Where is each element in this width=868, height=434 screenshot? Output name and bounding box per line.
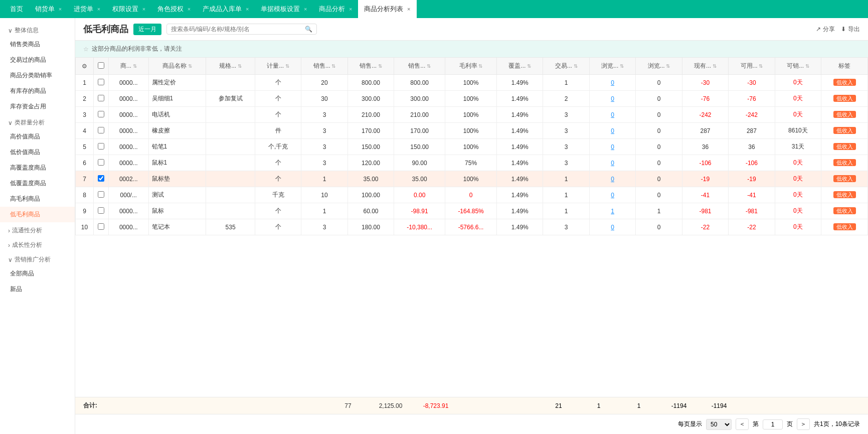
table-row[interactable]: 6 0000... 鼠标1 个 3 120.00 90.00 75% 1.49%…	[76, 155, 868, 171]
row-browse1[interactable]: 0	[589, 187, 635, 203]
th-gross-rate[interactable]: 毛利率	[445, 58, 497, 75]
row-select-checkbox[interactable]	[98, 191, 104, 198]
table-row[interactable]: 1 0000... 属性定价 个 20 800.00 800.00 100% 1…	[76, 75, 868, 91]
nav-goods-analysis-list[interactable]: 商品分析列表 ×	[358, 0, 416, 18]
row-browse1[interactable]: 0	[589, 91, 635, 107]
nav-sales[interactable]: 销货单 ×	[29, 0, 68, 18]
th-name[interactable]: 商品名称	[148, 58, 206, 75]
row-select-checkbox[interactable]	[98, 111, 104, 117]
row-checkbox[interactable]	[94, 219, 109, 235]
row-browse1[interactable]: 0	[589, 107, 635, 123]
row-checkbox[interactable]	[94, 139, 109, 155]
sidebar-item-new-goods[interactable]: 新品	[0, 281, 75, 297]
table-row[interactable]: 5 0000... 铅笔1 个,千克 3 150.00 150.00 100% …	[76, 139, 868, 155]
nav-product-entry[interactable]: 产成品入库单 ×	[197, 0, 255, 18]
nav-purchase[interactable]: 进货单 ×	[68, 0, 106, 18]
table-row[interactable]: 3 0000... 电话机 个 3 210.00 210.00 100% 1.4…	[76, 107, 868, 123]
nav-permission[interactable]: 权限设置 ×	[106, 0, 151, 18]
nav-home[interactable]: 首页	[4, 0, 29, 18]
sidebar-item-low-coverage[interactable]: 低覆盖度商品	[0, 176, 75, 191]
search-input[interactable]	[171, 26, 302, 33]
th-settings[interactable]: ⚙	[76, 58, 94, 75]
row-browse1[interactable]: 0	[589, 219, 635, 235]
per-page-select[interactable]: 50 100	[706, 419, 732, 430]
nav-role[interactable]: 角色授权 ×	[151, 0, 197, 18]
share-button[interactable]: ↗ 分享	[816, 25, 835, 34]
sidebar-item-low-value[interactable]: 低价值商品	[0, 144, 75, 160]
th-coverage[interactable]: 覆盖...	[497, 58, 543, 75]
th-code[interactable]: 商...	[109, 58, 149, 75]
row-select-checkbox[interactable]	[98, 127, 104, 133]
row-select-checkbox[interactable]	[98, 175, 104, 182]
table-row[interactable]: 4 0000... 橡皮擦 件 3 170.00 170.00 100% 1.4…	[76, 123, 868, 139]
th-saleable[interactable]: 可销...	[775, 58, 821, 75]
page-number-input[interactable]	[763, 419, 783, 429]
nav-product-entry-close[interactable]: ×	[246, 6, 249, 12]
nav-role-close[interactable]: ×	[188, 6, 191, 12]
row-checkbox[interactable]	[94, 187, 109, 203]
th-sale-qty[interactable]: 销售...	[301, 58, 348, 75]
table-row[interactable]: 9 0000... 鼠标 个 1 60.00 -98.91 -164.85% 1…	[76, 203, 868, 219]
table-row[interactable]: 7 0002... 鼠标垫 个 1 35.00 35.00 100% 1.49%…	[76, 171, 868, 187]
nav-goods-analysis[interactable]: 商品分析 ×	[313, 0, 358, 18]
sidebar-group-marketing[interactable]: ∨ 营销推广分析	[0, 251, 75, 266]
th-sale-profit[interactable]: 销售...	[394, 58, 445, 75]
sidebar-item-low-margin[interactable]: 低毛利商品	[0, 207, 75, 222]
row-browse1[interactable]: 1	[589, 203, 635, 219]
row-checkbox[interactable]	[94, 75, 109, 91]
sidebar-group-overall[interactable]: ∨ 整体信息	[0, 22, 75, 37]
row-select-checkbox[interactable]	[98, 207, 104, 214]
th-unit[interactable]: 计量...	[255, 58, 301, 75]
th-browse1[interactable]: 浏览...	[589, 58, 635, 75]
sidebar-item-high-margin[interactable]: 高毛利商品	[0, 191, 75, 207]
sidebar-item-all-goods[interactable]: 全部商品	[0, 266, 75, 281]
table-container[interactable]: ⚙ 商... 商品名称 规格... 计量... 销售... 销售... 销售..…	[75, 57, 868, 397]
nav-goods-analysis-list-close[interactable]: ×	[407, 6, 410, 12]
th-available[interactable]: 可用...	[729, 58, 775, 75]
row-browse1[interactable]: 0	[589, 75, 635, 91]
date-filter-button[interactable]: 近一月	[133, 24, 161, 35]
nav-sales-close[interactable]: ×	[59, 6, 62, 12]
th-checkbox[interactable]	[94, 58, 109, 75]
row-select-checkbox[interactable]	[98, 95, 104, 101]
table-row[interactable]: 10 0000... 笔记本 535 个 3 180.00 -10,380...…	[76, 219, 868, 235]
sidebar-item-stocked-goods[interactable]: 有库存的商品	[0, 83, 75, 99]
nav-template[interactable]: 单据模板设置 ×	[255, 0, 313, 18]
row-browse1[interactable]: 0	[589, 171, 635, 187]
row-checkbox[interactable]	[94, 123, 109, 139]
sidebar-item-traded-goods[interactable]: 交易过的商品	[0, 52, 75, 68]
row-browse1[interactable]: 0	[589, 139, 635, 155]
sidebar-item-high-value[interactable]: 高价值商品	[0, 129, 75, 144]
table-row[interactable]: 8 000/... 测试 千克 10 100.00 0.00 0 1.49% 1…	[76, 187, 868, 203]
row-browse1[interactable]: 0	[589, 123, 635, 139]
nav-goods-analysis-close[interactable]: ×	[349, 6, 352, 12]
nav-purchase-close[interactable]: ×	[97, 6, 100, 12]
th-trade[interactable]: 交易...	[543, 58, 589, 75]
export-button[interactable]: ⬇ 导出	[841, 25, 860, 34]
prev-page-button[interactable]: ＜	[736, 418, 749, 430]
row-select-checkbox[interactable]	[98, 223, 104, 230]
sidebar-group-cluster[interactable]: ∨ 类群量分析	[0, 114, 75, 129]
row-select-checkbox[interactable]	[98, 143, 104, 150]
row-checkbox[interactable]	[94, 155, 109, 171]
row-select-checkbox[interactable]	[98, 159, 104, 166]
sidebar-group-growth[interactable]: › 成长性分析	[0, 237, 75, 251]
sidebar-item-category-rate[interactable]: 商品分类助销率	[0, 68, 75, 83]
table-row[interactable]: 2 0000... 吴细细1 参加复试 个 30 300.00 300.00 1…	[76, 91, 868, 107]
sidebar-item-sales-goods[interactable]: 销售类商品	[0, 37, 75, 52]
sidebar-item-high-coverage[interactable]: 高覆盖度商品	[0, 160, 75, 176]
th-current[interactable]: 现有...	[682, 58, 728, 75]
select-all-checkbox[interactable]	[98, 62, 104, 69]
nav-template-close[interactable]: ×	[304, 6, 307, 12]
nav-permission-close[interactable]: ×	[142, 6, 145, 12]
next-page-button[interactable]: ＞	[797, 418, 810, 430]
th-sale-amt[interactable]: 销售...	[348, 58, 394, 75]
row-select-checkbox[interactable]	[98, 79, 104, 85]
search-box[interactable]: 🔍	[166, 24, 317, 35]
sidebar-item-stock-capital[interactable]: 库存资金占用	[0, 99, 75, 114]
row-browse1[interactable]: 0	[589, 155, 635, 171]
sidebar-group-flow[interactable]: › 流通性分析	[0, 222, 75, 237]
row-checkbox[interactable]	[94, 203, 109, 219]
row-checkbox[interactable]	[94, 171, 109, 187]
row-checkbox[interactable]	[94, 91, 109, 107]
